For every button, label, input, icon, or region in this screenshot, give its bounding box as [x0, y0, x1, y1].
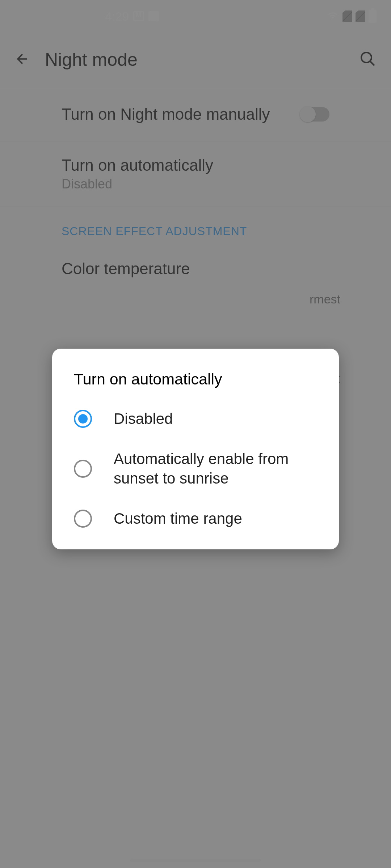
radio-label: Automatically enable from sunset to sunr…	[114, 449, 317, 489]
nav-handle[interactable]	[130, 859, 261, 862]
radio-icon	[74, 410, 92, 428]
radio-option-sunset-sunrise[interactable]: Automatically enable from sunset to sunr…	[52, 439, 339, 499]
radio-label: Disabled	[114, 409, 173, 429]
auto-mode-dialog: Turn on automatically Disabled Automatic…	[52, 349, 339, 549]
radio-label: Custom time range	[114, 509, 242, 529]
radio-icon	[74, 460, 92, 478]
radio-option-custom-range[interactable]: Custom time range	[52, 499, 339, 539]
radio-option-disabled[interactable]: Disabled	[52, 399, 339, 439]
radio-icon	[74, 510, 92, 528]
dialog-title: Turn on automatically	[52, 363, 339, 399]
